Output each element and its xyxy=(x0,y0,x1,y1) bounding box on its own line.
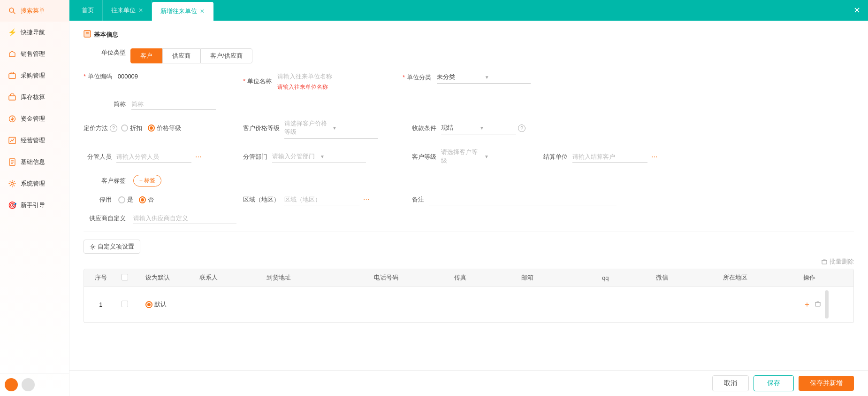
th-address: 到货地址 xyxy=(263,269,370,287)
row-contact-input[interactable] xyxy=(199,301,259,308)
unit-name-error: 请输入往来单位名称 xyxy=(277,83,371,91)
row-address-input[interactable] xyxy=(266,301,366,308)
remark-input[interactable] xyxy=(429,194,617,205)
td-no: 1 xyxy=(84,287,118,323)
tab-new-partner-close[interactable]: ✕ xyxy=(200,8,205,15)
unit-type-row: 单位类型 客户 供应商 客户/供应商 xyxy=(84,48,854,63)
row-add-button[interactable]: ＋ xyxy=(803,300,811,310)
region-label: 区域（地区） xyxy=(243,195,280,204)
sidebar-item-label: 搜索菜单 xyxy=(21,7,45,15)
sidebar-item-guide[interactable]: 🎯 新手引导 xyxy=(0,194,69,216)
payment-terms-chevron: ▼ xyxy=(480,125,516,131)
table-select-all-checkbox[interactable] xyxy=(122,274,128,280)
sidebar: 搜索菜单 ⚡ 快捷导航 销售管理 采购管理 库存核算 资金管理 经营管理 xyxy=(0,0,69,396)
sidebar-item-operations[interactable]: 经营管理 xyxy=(0,130,69,151)
tab-new-partner[interactable]: 新增往来单位 ✕ xyxy=(152,2,213,21)
pricing-level-option[interactable]: 价格等级 xyxy=(148,124,181,132)
row-phone-input[interactable] xyxy=(374,301,447,308)
row-fax-input[interactable] xyxy=(454,301,514,308)
disabled-no-radio[interactable] xyxy=(139,196,146,203)
short-name-input[interactable] xyxy=(131,99,216,110)
sidebar-item-purchase[interactable]: 采购管理 xyxy=(0,65,69,86)
price-level-select[interactable]: 请选择客户价格等级 ▼ xyxy=(284,117,378,139)
manager-input[interactable] xyxy=(116,151,191,163)
batch-delete-area: 批量删除 xyxy=(84,257,854,266)
row-default-radio-item[interactable]: 默认 xyxy=(145,300,191,309)
td-phone xyxy=(370,287,451,323)
sidebar-item-finance[interactable]: 资金管理 xyxy=(0,108,69,130)
sidebar-item-label: 采购管理 xyxy=(21,71,45,80)
cancel-button[interactable]: 取消 xyxy=(712,375,749,391)
unit-type-label: 单位类型 xyxy=(101,48,126,57)
row-wechat-input[interactable] xyxy=(656,301,716,308)
unit-type-both-btn[interactable]: 客户/供应商 xyxy=(200,48,252,63)
custom-settings-button[interactable]: 自定义项设置 xyxy=(84,240,140,254)
sidebar-avatar2[interactable] xyxy=(22,378,35,391)
tab-partners[interactable]: 往来单位 ✕ xyxy=(103,0,152,21)
disabled-yes-option[interactable]: 是 xyxy=(118,195,133,204)
settlement-unit-dots-btn[interactable]: ··· xyxy=(649,153,659,161)
tab-home-label: 首页 xyxy=(82,6,94,15)
sidebar-item-system[interactable]: 系统管理 xyxy=(0,173,69,194)
disabled-yes-radio[interactable] xyxy=(118,196,125,203)
sidebar-item-search[interactable]: 搜索菜单 xyxy=(0,0,69,22)
row-default-radio[interactable] xyxy=(145,301,152,308)
purchase-icon xyxy=(8,71,17,80)
payment-terms-select[interactable]: 现结 ▼ xyxy=(441,122,516,134)
row-region-input[interactable] xyxy=(723,301,796,308)
row-qq-input[interactable] xyxy=(602,301,648,308)
supplier-custom-input[interactable] xyxy=(133,213,236,224)
save-button[interactable]: 保存 xyxy=(754,375,794,391)
inventory-icon xyxy=(8,93,17,102)
unit-type-supplier-btn[interactable]: 供应商 xyxy=(162,48,200,63)
add-tag-button[interactable]: + 标签 xyxy=(133,175,161,186)
customer-level-chevron: ▼ xyxy=(484,154,525,159)
sidebar-item-inventory[interactable]: 库存核算 xyxy=(0,86,69,108)
guide-icon: 🎯 xyxy=(8,201,17,210)
save-add-button[interactable]: 保存并新增 xyxy=(799,376,854,391)
manager-label: 分管人员 xyxy=(84,153,112,161)
td-wechat xyxy=(652,287,719,323)
sidebar-item-label: 快捷导航 xyxy=(21,28,45,37)
row-checkbox[interactable] xyxy=(122,301,128,307)
row-scroll-handle xyxy=(825,290,829,318)
unit-type-customer-btn[interactable]: 客户 xyxy=(130,48,162,63)
pricing-discount-option[interactable]: 折扣 xyxy=(121,124,142,132)
unit-category-chevron: ▼ xyxy=(485,75,531,80)
pricing-discount-radio[interactable] xyxy=(121,124,128,132)
pricing-radio-group: 折扣 价格等级 xyxy=(121,124,181,132)
disabled-row: 停用 是 否 区域（地区） xyxy=(84,194,854,205)
pricing-level-radio[interactable] xyxy=(148,124,155,132)
tag-row: 客户标签 + 标签 xyxy=(84,175,854,186)
payment-terms-help-icon[interactable]: ? xyxy=(518,124,525,132)
th-email: 邮箱 xyxy=(518,269,598,287)
settlement-unit-input[interactable] xyxy=(572,151,647,163)
td-email xyxy=(518,287,598,323)
unit-name-input[interactable] xyxy=(277,71,371,82)
unit-category-select[interactable]: 未分类 ▼ xyxy=(437,71,531,84)
dept-select[interactable]: 请输入分管部门 ▼ xyxy=(272,150,366,163)
sidebar-avatar[interactable] xyxy=(5,378,18,391)
content-area: 基本信息 单位类型 客户 供应商 客户/供应商 * 单位编码 * 单位名称 xyxy=(69,21,868,370)
tab-partners-close[interactable]: ✕ xyxy=(138,7,143,14)
region-input[interactable] xyxy=(284,194,359,205)
disabled-no-radio-inner xyxy=(141,198,144,202)
sidebar-item-sales[interactable]: 销售管理 xyxy=(0,43,69,65)
sidebar-item-label: 系统管理 xyxy=(21,179,45,188)
tab-home[interactable]: 首页 xyxy=(73,0,103,21)
manager-dots-btn[interactable]: ··· xyxy=(193,153,203,161)
disabled-no-option[interactable]: 否 xyxy=(139,195,154,204)
unit-code-input[interactable] xyxy=(118,71,202,82)
region-dots-btn[interactable]: ··· xyxy=(361,195,371,204)
sidebar-item-basic-info[interactable]: 基础信息 xyxy=(0,151,69,173)
row-delete-button[interactable] xyxy=(815,301,821,309)
tabbar-close-all-button[interactable]: ✕ xyxy=(850,5,864,16)
section-title-label: 基本信息 xyxy=(94,31,118,39)
row-email-input[interactable] xyxy=(521,301,594,308)
batch-delete-label[interactable]: 批量删除 xyxy=(830,257,854,266)
contact-table-container: 序号 设为默认 联系人 到货地址 电话号码 传真 邮箱 qq 微信 所在地区 xyxy=(84,269,854,323)
sales-icon xyxy=(8,49,17,59)
pricing-help-icon[interactable]: ? xyxy=(110,124,117,132)
customer-level-select[interactable]: 请选择客户等级 ▼ xyxy=(441,146,525,167)
sidebar-item-quick-nav[interactable]: ⚡ 快捷导航 xyxy=(0,22,69,43)
